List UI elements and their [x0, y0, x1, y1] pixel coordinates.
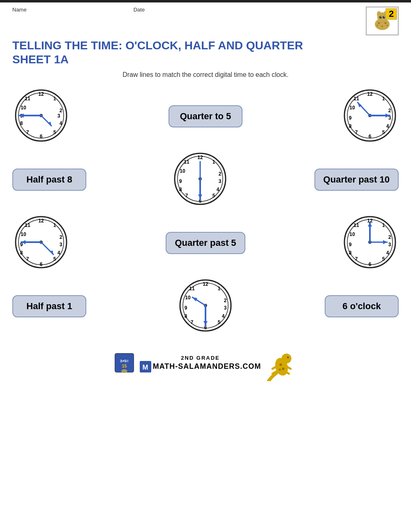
- svg-text:9: 9: [349, 242, 352, 247]
- svg-text:2: 2: [224, 298, 227, 303]
- svg-text:2: 2: [388, 108, 391, 113]
- svg-text:1: 1: [382, 96, 385, 102]
- svg-text:8: 8: [349, 250, 352, 256]
- svg-text:8: 8: [20, 250, 23, 256]
- clock-2-svg: 12 1 2 3 4 5 6 7 8 9 10 11: [341, 87, 399, 144]
- svg-text:2: 2: [388, 234, 391, 240]
- svg-point-4: [379, 16, 382, 19]
- date-label: Date: [134, 7, 145, 13]
- clock-1: 12 1 2 3 4 5 6 7 8 9 10 11: [12, 87, 70, 146]
- footer-text-block: 2ND GRADE M MATH-SALAMANDERS.COM: [140, 355, 261, 372]
- svg-text:11: 11: [353, 222, 359, 228]
- svg-text:5: 5: [382, 130, 385, 135]
- clock-3: 12 1 2 3 4 5 6 7 8 9 10 11: [171, 150, 229, 209]
- svg-text:1: 1: [218, 286, 221, 291]
- svg-text:7: 7: [355, 130, 358, 135]
- svg-text:4: 4: [58, 250, 60, 256]
- svg-text:2: 2: [60, 234, 62, 240]
- svg-text:6: 6: [40, 134, 43, 139]
- svg-text:4: 4: [217, 187, 219, 192]
- svg-point-12: [386, 25, 388, 26]
- clock-4-svg: 12 1 2 3 4 5 6 7 8 9 10 11: [12, 213, 70, 271]
- svg-point-10: [381, 25, 383, 27]
- svg-point-2: [377, 11, 381, 17]
- svg-text:10: 10: [21, 231, 26, 237]
- header-row: Name Date 2: [0, 2, 411, 35]
- svg-point-133: [282, 354, 291, 363]
- svg-text:M: M: [142, 363, 148, 371]
- svg-text:15: 15: [122, 363, 127, 368]
- svg-text:1: 1: [382, 222, 385, 228]
- svg-text:1: 1: [212, 159, 215, 165]
- row-4: Half past 1 12 1 2 3 4 5 6 7 8 9 10: [12, 277, 399, 336]
- worksheet: 12 1 2 3 4 5 6 7 8 9 10 11: [12, 87, 399, 391]
- clock-5-svg: 12 1 2 3 4 5 6 7 8 9 10 11: [341, 213, 399, 271]
- svg-text:2: 2: [219, 171, 222, 177]
- svg-text:11: 11: [353, 96, 359, 102]
- clock-1-svg: 12 1 2 3 4 5 6 7 8 9 10 11: [12, 87, 70, 144]
- instruction: Draw lines to match the correct digital …: [12, 71, 399, 79]
- svg-point-11: [376, 25, 378, 26]
- svg-point-6: [381, 16, 381, 17]
- svg-text:5: 5: [382, 256, 385, 262]
- svg-text:6: 6: [40, 261, 43, 267]
- footer-grade: 2ND GRADE: [140, 355, 261, 361]
- svg-point-140: [279, 363, 282, 366]
- svg-text:12: 12: [38, 91, 44, 97]
- salamander-icon: [265, 344, 298, 381]
- svg-text:3: 3: [219, 178, 222, 184]
- svg-point-129: [121, 369, 127, 373]
- svg-text:1: 1: [53, 222, 56, 228]
- svg-text:10: 10: [349, 231, 355, 237]
- svg-text:9: 9: [179, 178, 182, 184]
- label-quarter-past-5: Quarter past 5: [166, 232, 245, 254]
- svg-text:10: 10: [21, 105, 26, 111]
- svg-text:3: 3: [388, 242, 391, 247]
- clock-6: 12 1 2 3 4 5 6 7 8 9 10 11: [177, 277, 234, 336]
- svg-text:7: 7: [26, 256, 29, 262]
- svg-text:4: 4: [386, 250, 389, 256]
- svg-text:8: 8: [349, 123, 352, 129]
- label-half-past-1: Half past 1: [12, 295, 86, 317]
- row-3: 12 1 2 3 4 5 6 7 8 9 10 11: [12, 213, 399, 273]
- svg-text:12: 12: [38, 218, 44, 224]
- svg-text:11: 11: [25, 222, 30, 228]
- svg-text:9: 9: [349, 115, 352, 121]
- main-title: TELLING THE TIME: O'CLOCK, HALF AND QUAR…: [12, 39, 399, 66]
- logo-box: 2: [366, 7, 399, 35]
- footer-site: M MATH-SALAMANDERS.COM: [140, 361, 261, 372]
- clock-6-svg: 12 1 2 3 4 5 6 7 8 9 10 11: [177, 277, 234, 334]
- row-2: Half past 8 12 1 2 3 4 5 6 7 8 9 10: [12, 150, 399, 209]
- svg-text:6: 6: [369, 261, 372, 267]
- svg-text:7: 7: [185, 193, 188, 199]
- row-1: 12 1 2 3 4 5 6 7 8 9 10 11: [12, 87, 399, 146]
- clock-5: 12 1 2 3 4 5 6 7 8 9 10 11: [341, 213, 399, 273]
- svg-text:5: 5: [218, 319, 221, 325]
- footer: 3×5= 15 2ND GRADE M MATH-SALAMANDERS.COM: [12, 344, 399, 391]
- name-label: Name: [12, 7, 27, 13]
- svg-text:5: 5: [212, 193, 215, 199]
- svg-text:2: 2: [60, 108, 62, 113]
- svg-text:11: 11: [184, 159, 190, 165]
- svg-text:12: 12: [198, 155, 203, 160]
- svg-point-8: [378, 22, 380, 24]
- svg-text:12: 12: [367, 91, 373, 97]
- footer-salamander: [265, 344, 298, 383]
- svg-text:7: 7: [355, 256, 358, 262]
- svg-point-141: [282, 368, 284, 370]
- svg-text:3: 3: [60, 242, 62, 247]
- svg-point-7: [384, 16, 385, 17]
- title-section: TELLING THE TIME: O'CLOCK, HALF AND QUAR…: [0, 35, 411, 79]
- svg-point-5: [383, 16, 385, 19]
- svg-text:12: 12: [203, 281, 208, 287]
- label-6-oclock: 6 o'clock: [325, 295, 399, 317]
- clock-2: 12 1 2 3 4 5 6 7 8 9 10 11: [341, 87, 399, 146]
- svg-text:10: 10: [349, 105, 355, 111]
- footer-m-icon: M: [140, 361, 151, 372]
- svg-text:10: 10: [185, 295, 191, 301]
- svg-point-9: [385, 22, 387, 24]
- svg-text:7: 7: [191, 319, 194, 325]
- svg-text:1: 1: [53, 96, 56, 102]
- content-area: 12 1 2 3 4 5 6 7 8 9 10 11: [0, 79, 411, 395]
- footer-logo-icon: 3×5= 15: [113, 352, 136, 374]
